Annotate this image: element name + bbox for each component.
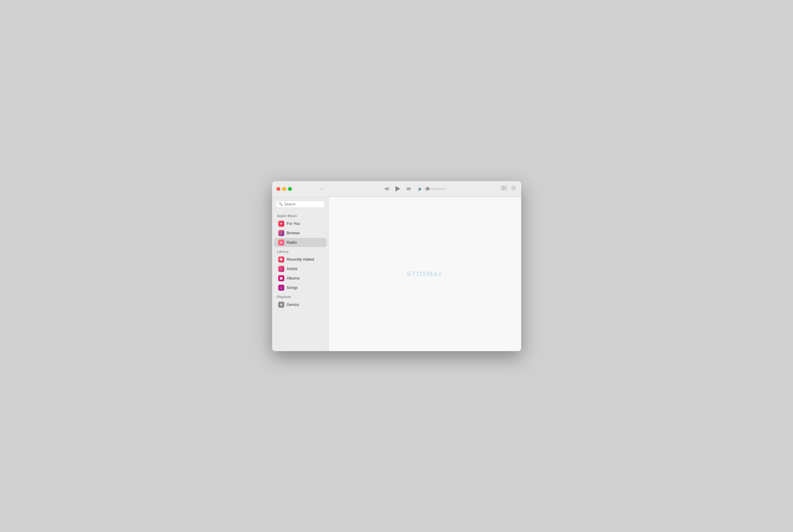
genius-icon: ⊞ — [278, 302, 284, 308]
sidebar: 🔍 Apple Music ♥ For You ♪ Browse ◎ — [272, 197, 329, 351]
songs-label: Songs — [287, 285, 298, 290]
radio-icon: ◎ — [278, 240, 284, 246]
lyrics-button[interactable] — [501, 186, 506, 192]
section-label-apple-music: Apple Music — [272, 211, 328, 219]
sidebar-item-radio[interactable]: ◎ Radio — [274, 238, 327, 247]
minimize-button[interactable] — [282, 187, 286, 191]
songs-icon: ♫ — [278, 285, 284, 291]
svg-marker-6 — [409, 187, 411, 191]
section-label-playlists: Playlists — [272, 292, 328, 300]
music-app-window: ‹ — [272, 181, 521, 351]
section-label-library: Library — [272, 247, 328, 254]
sidebar-item-artists[interactable]: ♪ Artists — [274, 264, 327, 273]
albums-label: Albums — [287, 276, 300, 280]
svg-marker-3 — [395, 186, 400, 191]
volume-icon: 🔈 — [418, 187, 422, 191]
genius-label: Genius — [287, 302, 299, 307]
transport-controls: 🔈 — [329, 186, 501, 191]
rewind-button[interactable] — [384, 187, 389, 191]
radio-label: Radio — [287, 240, 297, 245]
fastforward-button[interactable] — [406, 187, 412, 191]
play-button[interactable] — [395, 186, 400, 191]
browse-label: Browse — [287, 231, 300, 235]
titlebar: ‹ — [272, 181, 521, 197]
traffic-lights — [276, 187, 292, 191]
search-icon: 🔍 — [278, 202, 283, 206]
for-you-label: For You — [287, 221, 300, 226]
main-content: 9TO5Mac — [329, 197, 521, 351]
for-you-icon: ♥ — [278, 221, 284, 227]
sidebar-item-songs[interactable]: ♫ Songs — [274, 283, 327, 292]
watermark: 9TO5Mac — [407, 270, 443, 278]
sidebar-item-albums[interactable]: ▣ Albums — [274, 274, 327, 283]
search-input[interactable] — [284, 202, 322, 206]
titlebar-left: ‹ — [272, 185, 329, 192]
search-box[interactable]: 🔍 — [276, 201, 325, 208]
volume-control: 🔈 — [418, 187, 445, 191]
player-controls — [384, 186, 412, 191]
sidebar-item-genius[interactable]: ⊞ Genius — [274, 300, 327, 309]
recently-added-label: Recently Added — [287, 257, 314, 262]
titlebar-right — [501, 186, 521, 192]
maximize-button[interactable] — [288, 187, 292, 191]
sidebar-item-browse[interactable]: ♪ Browse — [274, 229, 327, 238]
artists-icon: ♪ — [278, 266, 284, 272]
svg-rect-5 — [408, 187, 409, 191]
browse-icon: ♪ — [278, 230, 284, 236]
recently-added-icon: ⊕ — [278, 256, 284, 263]
artists-label: Artists — [287, 266, 298, 271]
content-wrapper: 9TO5Mac — [329, 197, 521, 351]
volume-slider[interactable] — [424, 188, 445, 189]
list-view-button[interactable] — [511, 186, 516, 191]
close-button[interactable] — [276, 187, 280, 191]
sidebar-item-for-you[interactable]: ♥ For You — [274, 219, 327, 228]
sidebar-item-recently-added[interactable]: ⊕ Recently Added — [274, 255, 327, 264]
svg-marker-0 — [384, 187, 387, 191]
main-area: 🔍 Apple Music ♥ For You ♪ Browse ◎ — [272, 197, 521, 351]
albums-icon: ▣ — [278, 275, 284, 281]
back-button[interactable]: ‹ — [319, 185, 325, 192]
